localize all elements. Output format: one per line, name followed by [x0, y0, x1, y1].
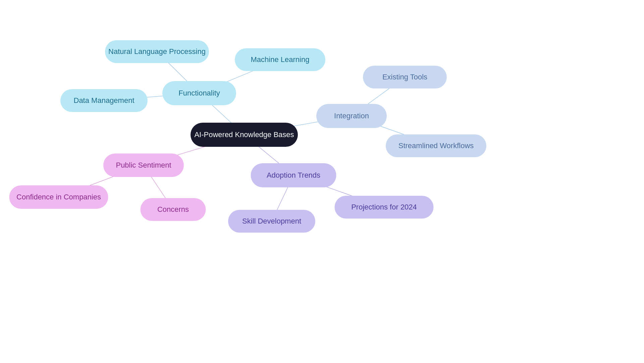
confidence-node[interactable]: Confidence in Companies: [9, 185, 108, 209]
data-management-node[interactable]: Data Management: [60, 89, 148, 112]
concerns-node[interactable]: Concerns: [141, 198, 206, 221]
center-label: AI-Powered Knowledge Bases: [192, 130, 297, 140]
projections-2024-node[interactable]: Projections for 2024: [335, 196, 434, 219]
functionality-label: Functionality: [176, 88, 223, 98]
machine-learning-node[interactable]: Machine Learning: [235, 48, 325, 71]
functionality-node[interactable]: Functionality: [162, 81, 236, 105]
nlp-label: Natural Language Processing: [106, 47, 208, 57]
skill-development-node[interactable]: Skill Development: [228, 210, 315, 233]
data-management-label: Data Management: [71, 96, 137, 106]
public-sentiment-label: Public Sentiment: [113, 161, 174, 170]
nlp-node[interactable]: Natural Language Processing: [105, 40, 209, 63]
adoption-trends-node[interactable]: Adoption Trends: [251, 163, 336, 187]
concerns-label: Concerns: [155, 205, 192, 215]
adoption-trends-label: Adoption Trends: [264, 171, 323, 180]
integration-label: Integration: [331, 111, 372, 121]
existing-tools-node[interactable]: Existing Tools: [363, 66, 447, 88]
skill-development-label: Skill Development: [239, 217, 304, 226]
public-sentiment-node[interactable]: Public Sentiment: [103, 154, 184, 177]
center-node[interactable]: AI-Powered Knowledge Bases: [191, 123, 298, 147]
machine-learning-label: Machine Learning: [248, 55, 312, 65]
integration-node[interactable]: Integration: [316, 104, 387, 128]
existing-tools-label: Existing Tools: [380, 72, 430, 82]
projections-2024-label: Projections for 2024: [348, 202, 420, 212]
streamlined-workflows-node[interactable]: Streamlined Workflows: [386, 134, 486, 157]
streamlined-workflows-label: Streamlined Workflows: [396, 141, 477, 151]
confidence-label: Confidence in Companies: [14, 192, 104, 202]
